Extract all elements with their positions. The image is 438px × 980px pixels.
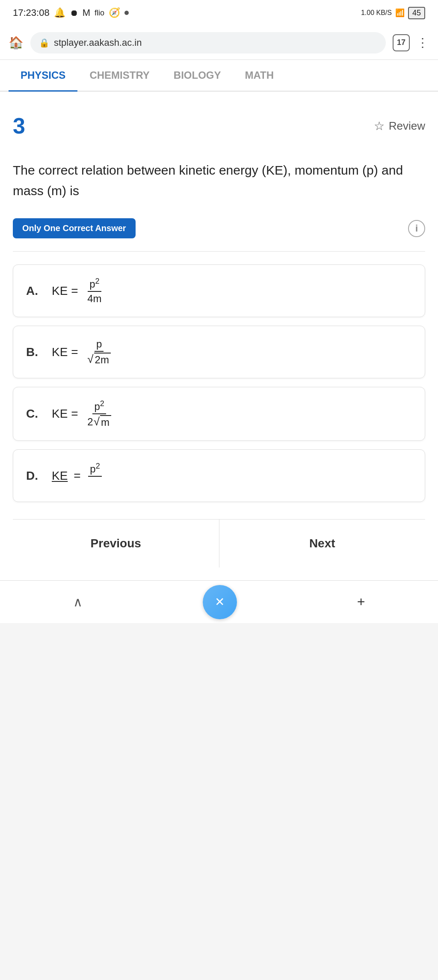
signal-bars: 📶 [395, 8, 405, 18]
question-number: 3 [13, 113, 25, 139]
answer-type-badge: Only One Correct Answer [13, 218, 136, 238]
option-a-label: A. [26, 284, 43, 298]
more-options-icon[interactable]: ⋮ [417, 36, 429, 50]
option-b-label: B. [26, 345, 43, 359]
lock-icon: 🔒 [39, 38, 50, 48]
question-header: 3 ☆ Review [13, 104, 425, 151]
network-speed: 1.00 KB/S [361, 9, 392, 17]
option-d-formula: KE = p2 [52, 462, 104, 490]
option-b-formula: KE = p √2m [52, 338, 114, 366]
option-d-label: D. [26, 469, 43, 483]
bell-icon: 🔔 [54, 7, 65, 18]
main-content: 3 ☆ Review The correct relation between … [0, 92, 438, 580]
address-bar[interactable]: 🔒 stplayer.aakash.ac.in [30, 32, 386, 53]
tab-math[interactable]: MATH [233, 60, 286, 91]
battery-indicator: 45 [408, 7, 425, 19]
info-icon[interactable]: i [408, 220, 425, 237]
bottom-navigation-bar: ∧ ✕ + [0, 580, 438, 623]
mail-icon: M [83, 7, 90, 18]
status-bar: 17:23:08 🔔 ⏺ M flio 🧭 1.00 KB/S 📶 45 [0, 0, 438, 26]
center-icon: ✕ [215, 595, 225, 609]
next-button[interactable]: Next [219, 520, 426, 567]
option-d[interactable]: D. KE = p2 [13, 449, 425, 502]
review-button[interactable]: ☆ Review [374, 119, 425, 133]
option-b[interactable]: B. KE = p √2m [13, 326, 425, 378]
subject-tabs: PHYSICS CHEMISTRY BIOLOGY MATH [0, 60, 438, 92]
tab-biology[interactable]: BIOLOGY [162, 60, 233, 91]
option-c-label: C. [26, 407, 43, 421]
home-icon[interactable]: 🏠 [9, 36, 24, 50]
tab-physics[interactable]: PHYSICS [9, 60, 77, 91]
option-c-formula: KE = p2 2√m [52, 399, 115, 428]
tab-count[interactable]: 17 [393, 34, 410, 51]
review-label: Review [389, 119, 425, 133]
plus-icon[interactable]: + [357, 594, 365, 610]
dm-icon: ⏺ [70, 8, 78, 18]
tab-chemistry[interactable]: CHEMISTRY [77, 60, 161, 91]
url-text: stplayer.aakash.ac.in [54, 37, 142, 48]
option-a-formula: KE = p2 4m [52, 277, 105, 305]
flio-text: flio [95, 9, 104, 18]
options-container: A. KE = p2 4m B. KE = p √2m [13, 260, 425, 506]
status-bar-left: 17:23:08 🔔 ⏺ M flio 🧭 [13, 7, 129, 18]
option-a[interactable]: A. KE = p2 4m [13, 264, 425, 317]
question-text: The correct relation between kinetic ene… [13, 151, 425, 218]
back-icon[interactable]: ∧ [73, 594, 83, 609]
status-bar-right: 1.00 KB/S 📶 45 [361, 7, 425, 19]
answer-type-row: Only One Correct Answer i [13, 218, 425, 238]
browser-bar: 🏠 🔒 stplayer.aakash.ac.in 17 ⋮ [0, 26, 438, 60]
nav-buttons: Previous Next [13, 519, 425, 567]
center-action-button[interactable]: ✕ [203, 585, 237, 619]
dot-indicator [124, 11, 129, 15]
star-icon: ☆ [374, 119, 385, 133]
nav-icon: 🧭 [109, 7, 120, 18]
previous-button[interactable]: Previous [13, 520, 219, 567]
divider [13, 251, 425, 252]
status-time: 17:23:08 [13, 7, 50, 18]
option-c[interactable]: C. KE = p2 2√m [13, 387, 425, 441]
